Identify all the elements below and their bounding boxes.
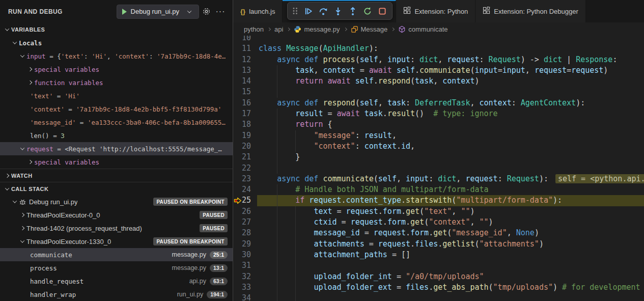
chevron-down-icon[interactable] [3, 28, 11, 31]
code-line-14[interactable]: 14 return await self.respond(task, conte… [233, 76, 644, 87]
line-number[interactable]: 11 [233, 43, 251, 54]
code-line-32[interactable]: 32 upload_folder_int = "/a0/tmp/uploads" [233, 271, 644, 282]
scope-locals[interactable]: Locals [0, 36, 233, 49]
var-message-id[interactable]: 'message_id' = 'ea133ccc-3ba0-406c-befa-… [0, 116, 233, 129]
line-number[interactable]: 19 [233, 130, 251, 141]
line-number[interactable]: 18 [233, 119, 251, 130]
code-line-19[interactable]: 19 "message": result, [233, 130, 644, 141]
code-line-25[interactable]: 25 if request.content_type.startswith("m… [233, 195, 644, 206]
line-number[interactable]: 24 [233, 184, 251, 195]
thread-threadpoolexecutor-0-0[interactable]: ThreadPoolExecutor-0_0PAUSED [0, 208, 233, 222]
step-into-button[interactable] [331, 4, 345, 18]
frame-handler-wrap[interactable]: handler_wraprun_ui.py194:1 [0, 288, 233, 301]
code-line-16[interactable]: 16 async def respond(self, task: Deferre… [233, 98, 644, 108]
line-number[interactable]: 14 [233, 76, 251, 87]
line-number[interactable]: 13 [233, 65, 251, 76]
breadcrumb-item-communicate[interactable]: communicate [398, 25, 447, 33]
line-number[interactable]: 28 [233, 228, 251, 238]
gear-icon[interactable] [199, 5, 213, 19]
tab-extension-python-debugger[interactable]: Extension: Python Debugger [475, 0, 586, 22]
code-line-27[interactable]: 27 ctxid = request.form.get("context", "… [233, 217, 644, 228]
section-watch[interactable]: WATCH [0, 169, 233, 182]
restart-button[interactable] [360, 4, 374, 18]
code-line-28[interactable]: 28 message_id = request.form.get("messag… [233, 228, 644, 238]
code-line-11[interactable]: 11class Message(ApiHandler): [233, 43, 644, 54]
chevron-right-icon[interactable] [18, 213, 26, 216]
var-request-special-variables[interactable]: special variables [0, 155, 233, 169]
line-number[interactable]: 21 [233, 152, 251, 162]
line-number[interactable]: 29 [233, 239, 251, 250]
code-line-33[interactable]: 33 upload_folder_ext = files.get_abs_pat… [233, 282, 644, 293]
code-line-29[interactable]: 29 attachments = request.files.getlist("… [233, 239, 644, 250]
line-number[interactable]: 16 [233, 98, 251, 108]
line-number[interactable]: 25 [233, 195, 251, 206]
breadcrumb-item-message-py[interactable]: message.py [294, 25, 340, 33]
line-number[interactable]: 15 [233, 87, 251, 97]
line-number[interactable]: 17 [233, 108, 251, 119]
code-line-12[interactable]: 12 async def process(self, input: dict, … [233, 54, 644, 65]
var-len[interactable]: len() = 3 [0, 129, 233, 142]
code-editor[interactable]: 1011class Message(ApiHandler):12 async d… [233, 36, 644, 301]
chevron-down-icon[interactable] [11, 41, 19, 44]
var-input-function-variables[interactable]: function variables [0, 76, 233, 89]
chevron-right-icon[interactable] [26, 160, 34, 163]
stop-button[interactable] [375, 4, 389, 18]
breadcrumb-item-api[interactable]: api [274, 25, 283, 33]
line-number[interactable]: 27 [233, 217, 251, 228]
debug-session-run-ui[interactable]: Debug run_ui.pyPAUSED ON BREAKPOINT [0, 195, 233, 208]
section-variables[interactable]: VARIABLES [0, 23, 233, 36]
var-input-special-variables[interactable]: special variables [0, 63, 233, 76]
line-number[interactable]: 20 [233, 141, 251, 152]
line-number[interactable]: 34 [233, 293, 251, 301]
thread-threadpoolexecutor-1330-0[interactable]: ThreadPoolExecutor-1330_0PAUSED ON BREAK… [0, 235, 233, 248]
chevron-down-icon[interactable] [18, 147, 26, 150]
line-number[interactable]: 31 [233, 260, 251, 271]
code-line-15[interactable]: 15 [233, 87, 644, 97]
start-debug-icon[interactable] [122, 9, 127, 15]
more-actions-button[interactable]: ··· [213, 5, 228, 19]
continue-button[interactable] [301, 4, 315, 18]
code-line-30[interactable]: 30 attachment_paths = [] [233, 250, 644, 260]
code-line-13[interactable]: 13 task, context = await self.communicat… [233, 65, 644, 76]
line-number[interactable]: 30 [233, 250, 251, 260]
frame-handle-request[interactable]: handle_requestapi.py63:1 [0, 275, 233, 288]
chevron-down-icon[interactable] [18, 240, 26, 243]
frame-communicate[interactable]: communicatemessage.py25:1 [0, 248, 233, 261]
thread-1402-process-request-thread[interactable]: Thread-1402 (process_request_thread)PAUS… [0, 222, 233, 235]
code-line-24[interactable]: 24 # Handle both JSON and multipart/form… [233, 184, 644, 195]
line-number[interactable]: 32 [233, 271, 251, 282]
frame-process[interactable]: processmessage.py13:1 [0, 261, 233, 275]
chevron-down-icon[interactable] [18, 54, 26, 58]
code-line-22[interactable]: 22 [233, 163, 644, 174]
code-line-18[interactable]: 18 return { [233, 119, 644, 130]
chevron-right-icon[interactable] [26, 68, 34, 71]
line-number[interactable]: 10 [233, 36, 251, 43]
code-line-17[interactable]: 17 result = await task.result() # type: … [233, 108, 644, 119]
line-number[interactable]: 12 [233, 54, 251, 65]
tab-extension-python[interactable]: Extension: Python [396, 0, 475, 22]
breadcrumb-item-python[interactable]: python [244, 25, 264, 33]
var-request[interactable]: request = <Request 'http://localhost:555… [0, 142, 233, 155]
breadcrumb-item-message[interactable]: Message [351, 25, 388, 33]
debug-config-dropdown[interactable]: Debug run_ui.py [117, 5, 199, 19]
toolbar-drag-handle[interactable] [291, 6, 300, 16]
code-line-34[interactable]: 34 [233, 293, 644, 301]
var-input[interactable]: input = {'text': 'Hi', 'context': '7a17b… [0, 49, 233, 63]
code-line-23[interactable]: 23 async def communicate(self, input: di… [233, 174, 644, 184]
chevron-right-icon[interactable] [26, 81, 34, 84]
chevron-down-icon[interactable] [11, 200, 19, 203]
var-text[interactable]: 'text' = 'Hi' [0, 89, 233, 102]
code-line-26[interactable]: 26 text = request.form.get("text", "") [233, 206, 644, 217]
tab-launch-js[interactable]: {} launch.js [233, 0, 283, 22]
step-over-button[interactable] [316, 4, 330, 18]
section-call-stack[interactable]: CALL STACK [0, 182, 233, 195]
chevron-right-icon[interactable] [3, 174, 11, 177]
line-number[interactable]: 33 [233, 282, 251, 293]
line-number[interactable]: 26 [233, 206, 251, 217]
code-line-10[interactable]: 10 [233, 36, 644, 43]
step-out-button[interactable] [346, 4, 359, 18]
line-number[interactable]: 22 [233, 163, 251, 174]
code-line-20[interactable]: 20 "context": context.id, [233, 141, 644, 152]
chevron-down-icon[interactable] [3, 187, 11, 190]
code-line-21[interactable]: 21 } [233, 152, 644, 162]
